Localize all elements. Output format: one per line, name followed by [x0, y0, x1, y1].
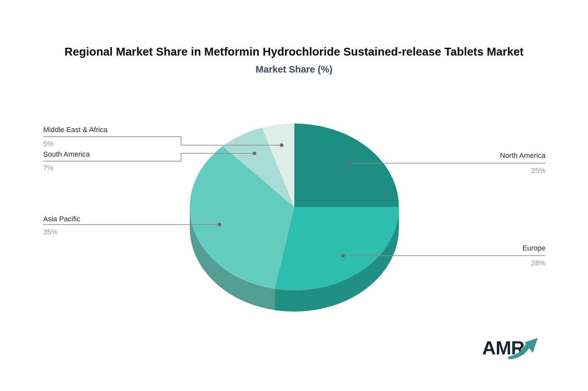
leader-dot-north-america	[348, 162, 351, 165]
slice-percent-middle-east-africa: 5%	[43, 140, 54, 148]
slice-percent-north-america: 25%	[531, 166, 546, 175]
amr-logo-arrow-icon	[508, 336, 540, 364]
pie-slice-europe	[275, 207, 399, 290]
slice-label-south-america: South America	[43, 150, 90, 159]
leader-dot-asia-pacific	[218, 223, 221, 227]
slice-label-europe: Europe	[522, 244, 546, 252]
slice-label-north-america: North America	[500, 151, 546, 160]
slice-label-middle-east-africa: Middle East & Africa	[43, 126, 107, 134]
slice-label-asia-pacific: Asia Pacific	[43, 215, 80, 223]
leader-dot-middle-east-africa	[280, 144, 284, 147]
slice-percent-asia-pacific: 35%	[43, 228, 57, 236]
slice-percent-europe: 28%	[531, 259, 546, 267]
pie-slice-north-america	[294, 124, 399, 207]
pie-chart-canvas	[0, 0, 588, 391]
slice-percent-south-america: 7%	[43, 164, 54, 172]
chart-page: Regional Market Share in Metformin Hydro…	[0, 0, 588, 391]
leader-dot-south-america	[253, 152, 256, 155]
amr-logo: AMR	[482, 337, 544, 363]
leader-dot-europe	[341, 254, 345, 258]
pie-slices	[190, 124, 399, 312]
